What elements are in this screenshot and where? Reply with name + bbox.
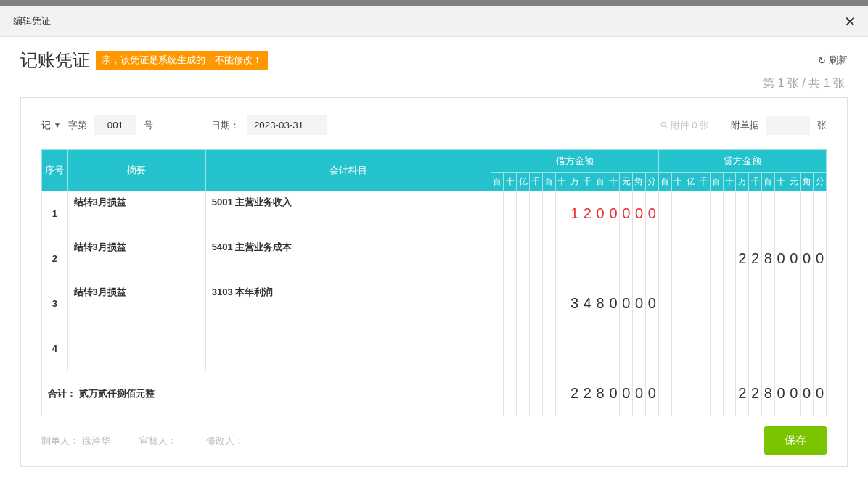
amount-cell[interactable] [697,371,711,416]
amount-cell[interactable] [517,326,530,371]
amount-cell[interactable]: 0 [607,371,620,416]
amount-cell[interactable] [529,371,542,416]
amount-cell[interactable] [555,281,568,326]
date-input[interactable] [247,115,327,135]
amount-cell[interactable] [529,281,542,326]
amount-cell[interactable]: 8 [761,236,774,281]
amount-cell[interactable] [749,191,762,236]
amount-cell[interactable] [710,326,723,371]
amount-cell[interactable] [658,236,671,281]
amount-cell[interactable] [787,281,801,326]
amount-cell[interactable]: 2 [568,371,581,416]
amount-cell[interactable] [801,191,814,236]
amount-cell[interactable] [620,236,633,281]
amount-cell[interactable] [555,371,568,416]
att-sheets-input[interactable] [766,116,810,135]
amount-cell[interactable]: 2 [736,236,749,281]
voucher-type-dropdown[interactable]: 记 ▼ [41,119,61,132]
amount-cell[interactable] [787,326,801,371]
amount-cell[interactable]: 2 [581,371,594,416]
voucher-no-input[interactable] [94,115,136,135]
amount-cell[interactable] [774,191,787,236]
amount-cell[interactable] [542,326,555,371]
amount-cell[interactable] [814,326,827,371]
amount-cell[interactable]: 0 [633,371,646,416]
amount-cell[interactable] [607,236,620,281]
amount-cell[interactable] [594,236,607,281]
amount-cell[interactable] [697,326,711,371]
amount-cell[interactable] [723,371,736,416]
amount-cell[interactable]: 8 [594,281,607,326]
amount-cell[interactable]: 8 [594,371,607,416]
amount-cell[interactable] [684,281,697,326]
amount-cell[interactable] [801,326,814,371]
amount-cell[interactable] [710,191,723,236]
amount-cell[interactable] [723,326,736,371]
amount-cell[interactable] [684,191,697,236]
amount-cell[interactable] [568,326,581,371]
row-account[interactable] [205,326,491,371]
row-account[interactable]: 3103 本年利润 [205,281,491,326]
amount-cell[interactable] [504,191,517,236]
refresh-button[interactable]: ↻ 刷新 [818,54,848,67]
amount-cell[interactable] [658,281,671,326]
amount-cell[interactable] [555,191,568,236]
amount-cell[interactable] [633,326,646,371]
amount-cell[interactable] [749,281,762,326]
amount-cell[interactable] [774,326,787,371]
amount-cell[interactable] [491,371,504,416]
amount-cell[interactable]: 0 [814,236,827,281]
amount-cell[interactable] [671,236,684,281]
amount-cell[interactable] [542,371,555,416]
row-summary[interactable]: 结转3月损益 [67,281,205,326]
amount-cell[interactable]: 2 [581,191,594,236]
amount-cell[interactable] [504,236,517,281]
amount-cell[interactable] [801,281,814,326]
amount-cell[interactable]: 0 [774,236,787,281]
amount-cell[interactable] [723,236,736,281]
amount-cell[interactable]: 0 [801,236,814,281]
amount-cell[interactable] [645,236,658,281]
amount-cell[interactable] [517,236,530,281]
save-button[interactable]: 保存 [764,426,827,455]
amount-cell[interactable] [504,326,517,371]
amount-cell[interactable] [723,281,736,326]
amount-cell[interactable] [620,326,633,371]
amount-cell[interactable] [723,191,736,236]
row-summary[interactable]: 结转3月损益 [67,236,205,281]
amount-cell[interactable] [671,371,684,416]
row-summary[interactable] [67,326,205,371]
amount-cell[interactable] [736,326,749,371]
amount-cell[interactable] [504,371,517,416]
amount-cell[interactable]: 0 [607,191,620,236]
amount-cell[interactable]: 0 [774,371,787,416]
amount-cell[interactable]: 0 [645,281,658,326]
amount-cell[interactable] [568,236,581,281]
row-summary[interactable]: 结转3月损益 [67,191,205,236]
amount-cell[interactable]: 0 [645,371,658,416]
amount-cell[interactable] [749,326,762,371]
amount-cell[interactable] [814,281,827,326]
amount-cell[interactable] [529,236,542,281]
amount-cell[interactable] [761,191,774,236]
amount-cell[interactable] [658,371,671,416]
amount-cell[interactable] [658,326,671,371]
amount-cell[interactable] [504,281,517,326]
amount-cell[interactable] [491,236,504,281]
amount-cell[interactable] [517,371,530,416]
amount-cell[interactable]: 8 [761,371,774,416]
amount-cell[interactable]: 4 [581,281,594,326]
amount-cell[interactable] [710,371,723,416]
amount-cell[interactable] [658,191,671,236]
amount-cell[interactable] [633,236,646,281]
amount-cell[interactable]: 0 [607,281,620,326]
amount-cell[interactable] [491,281,504,326]
amount-cell[interactable]: 0 [801,371,814,416]
amount-cell[interactable]: 0 [787,236,801,281]
amount-cell[interactable] [607,326,620,371]
amount-cell[interactable] [517,191,530,236]
amount-cell[interactable] [774,281,787,326]
amount-cell[interactable] [555,326,568,371]
amount-cell[interactable] [684,236,697,281]
amount-cell[interactable]: 0 [620,191,633,236]
